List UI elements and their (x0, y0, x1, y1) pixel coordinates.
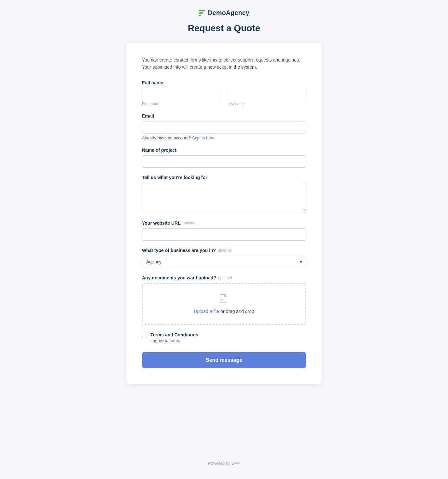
email-input[interactable] (142, 121, 306, 134)
terms-checkbox[interactable] (142, 333, 147, 338)
business-type-select[interactable]: AgencyFreelancerStartupEnterpriseNon-pro… (142, 256, 306, 268)
submit-button[interactable]: Send message (142, 352, 306, 368)
form-description: You can create contact forms like this t… (142, 56, 306, 71)
terms-row: Terms and Conditions I agree to terms (142, 332, 306, 343)
footer: Powered by SPP (208, 454, 240, 479)
website-url-group: Your website URL optional (142, 220, 306, 241)
svg-rect-0 (220, 294, 226, 303)
business-type-select-wrapper: AgencyFreelancerStartupEnterpriseNon-pro… (142, 256, 306, 268)
project-name-label: Name of project (142, 148, 306, 153)
business-type-group: What type of business are you in? option… (142, 248, 306, 268)
upload-file-link[interactable]: Upload a file (194, 309, 219, 314)
project-name-group: Name of project (142, 148, 306, 168)
terms-link[interactable]: terms (170, 338, 180, 343)
website-url-input[interactable] (142, 228, 306, 241)
sign-in-text: Already have an account? Sign in here. (142, 135, 306, 140)
first-name-field: First name (142, 88, 221, 106)
full-name-label: Full name (142, 80, 306, 85)
last-name-field: Last name (227, 88, 306, 106)
sign-in-link[interactable]: Sign in here. (192, 135, 216, 140)
documents-optional: optional (218, 275, 232, 280)
looking-for-input[interactable] (142, 183, 306, 212)
looking-for-label: Tell us what you're looking for (142, 175, 306, 180)
upload-area[interactable]: Upload a file or drag and drop (142, 283, 306, 325)
business-type-label: What type of business are you in? option… (142, 248, 306, 253)
website-url-optional: optional (183, 221, 196, 225)
logo-text: DemoAgency (208, 9, 249, 17)
last-name-input[interactable] (227, 88, 306, 100)
terms-content: Terms and Conditions I agree to terms (150, 332, 198, 343)
page-title: Request a Quote (188, 23, 260, 34)
form-card: You can create contact forms like this t… (126, 43, 322, 384)
business-type-optional: optional (218, 248, 231, 253)
terms-subtitle: I agree to terms (150, 338, 198, 343)
name-row: First name Last name (142, 88, 306, 106)
first-name-sublabel: First name (142, 102, 221, 106)
email-group: Email Already have an account? Sign in h… (142, 113, 306, 140)
website-url-label: Your website URL optional (142, 220, 306, 226)
footer-text: Powered by SPP (208, 461, 240, 466)
upload-file-icon (219, 294, 229, 306)
looking-for-group: Tell us what you're looking for (142, 175, 306, 213)
terms-title[interactable]: Terms and Conditions (150, 332, 198, 337)
logo-icon (199, 10, 205, 16)
email-label: Email (142, 113, 306, 119)
documents-group: Any documents you want upload? optional … (142, 275, 306, 325)
site-header: DemoAgency (199, 0, 249, 23)
last-name-sublabel: Last name (227, 102, 306, 106)
first-name-input[interactable] (142, 88, 221, 100)
upload-text: Upload a file or drag and drop (194, 309, 254, 314)
documents-label: Any documents you want upload? optional (142, 275, 306, 280)
full-name-group: Full name First name Last name (142, 80, 306, 106)
project-name-input[interactable] (142, 155, 306, 168)
